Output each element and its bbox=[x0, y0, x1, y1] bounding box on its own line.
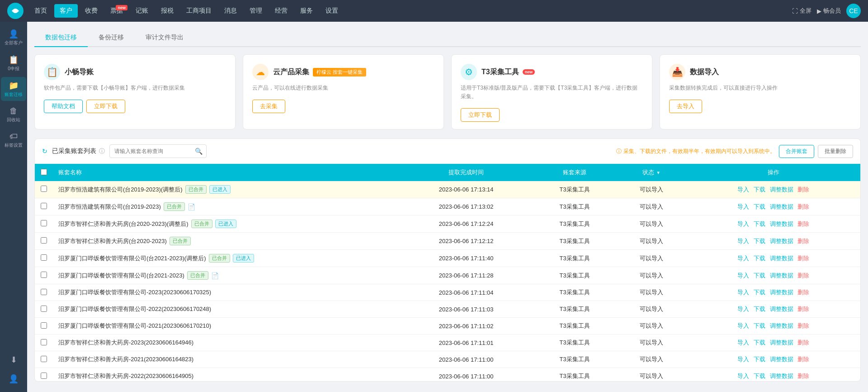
import-action[interactable]: 导入 bbox=[737, 255, 749, 262]
col-checkbox[interactable] bbox=[35, 164, 53, 181]
delete-action[interactable]: 删除 bbox=[797, 186, 809, 193]
import-action[interactable]: 导入 bbox=[737, 356, 749, 363]
import-action[interactable]: 导入 bbox=[737, 203, 749, 210]
download-action[interactable]: 下载 bbox=[754, 255, 765, 262]
help-icon[interactable]: ⓘ bbox=[99, 147, 105, 155]
sidebar-item-tag-settings[interactable]: 🏷 标签设置 bbox=[1, 128, 26, 152]
nav-item-fee[interactable]: 收费 bbox=[80, 4, 103, 18]
import-action[interactable]: 导入 bbox=[737, 322, 749, 329]
help-doc-button[interactable]: 帮助文档 bbox=[44, 100, 83, 113]
row-checkbox[interactable] bbox=[41, 306, 47, 312]
user-avatar[interactable]: CE bbox=[846, 4, 861, 18]
tab-audit-export[interactable]: 审计文件导出 bbox=[135, 29, 194, 47]
delete-action[interactable]: 删除 bbox=[797, 289, 809, 296]
delete-action[interactable]: 删除 bbox=[797, 272, 809, 279]
nav-item-home[interactable]: 首页 bbox=[29, 4, 52, 18]
go-import-button[interactable]: 去导入 bbox=[669, 100, 702, 113]
download-now-button-1[interactable]: 立即下载 bbox=[86, 100, 125, 113]
adjust-action[interactable]: 调整数据 bbox=[770, 255, 793, 262]
merge-button[interactable]: 合并账套 bbox=[779, 145, 814, 158]
import-action[interactable]: 导入 bbox=[737, 339, 749, 346]
sidebar-item-recycle[interactable]: 🗑 回收站 bbox=[1, 103, 26, 126]
col-status[interactable]: 状态 ▼ bbox=[617, 164, 687, 181]
download-action[interactable]: 下载 bbox=[754, 339, 765, 346]
row-checkbox[interactable] bbox=[41, 220, 47, 226]
nav-item-business[interactable]: 工商项目 bbox=[181, 4, 217, 18]
nav-item-manage[interactable]: 管理 bbox=[244, 4, 268, 18]
nav-item-operation[interactable]: 经营 bbox=[269, 4, 293, 18]
delete-action[interactable]: 删除 bbox=[797, 322, 809, 329]
file-icon[interactable]: 📄 bbox=[211, 272, 219, 279]
nav-item-message[interactable]: 消息 bbox=[219, 4, 242, 18]
adjust-action[interactable]: 调整数据 bbox=[770, 306, 793, 312]
adjust-action[interactable]: 调整数据 bbox=[770, 238, 793, 244]
adjust-action[interactable]: 调整数据 bbox=[770, 339, 793, 346]
select-all-checkbox[interactable] bbox=[41, 169, 47, 175]
nav-item-client[interactable]: 客户 bbox=[54, 4, 78, 18]
adjust-action[interactable]: 调整数据 bbox=[770, 186, 793, 193]
nav-item-invoice[interactable]: 票据 new bbox=[105, 4, 128, 18]
fullscreen-button[interactable]: ⛶ 全屏 bbox=[792, 7, 811, 15]
nav-item-tax[interactable]: 报税 bbox=[156, 4, 179, 18]
file-icon[interactable]: 📄 bbox=[188, 203, 195, 210]
download-action[interactable]: 下载 bbox=[754, 186, 765, 193]
adjust-action[interactable]: 调整数据 bbox=[770, 322, 793, 329]
sidebar-item-zero-report[interactable]: 📋 0申报 bbox=[1, 51, 26, 75]
row-checkbox[interactable] bbox=[41, 373, 47, 379]
adjust-action[interactable]: 调整数据 bbox=[770, 272, 793, 279]
delete-action[interactable]: 删除 bbox=[797, 356, 809, 363]
row-checkbox[interactable] bbox=[41, 254, 47, 261]
download-action[interactable]: 下载 bbox=[754, 289, 765, 296]
adjust-action[interactable]: 调整数据 bbox=[770, 220, 793, 227]
delete-action[interactable]: 删除 bbox=[797, 238, 809, 244]
table-scroll-area[interactable]: 账套名称 提取完成时间 账套来源 状态 ▼ 操作 汨罗市恒浩建筑有限公司(台2 bbox=[35, 164, 860, 381]
download-action[interactable]: 下载 bbox=[754, 238, 765, 244]
search-button[interactable]: 🔍 bbox=[191, 148, 206, 155]
row-checkbox[interactable] bbox=[41, 356, 47, 362]
import-action[interactable]: 导入 bbox=[737, 289, 749, 296]
row-checkbox[interactable] bbox=[41, 203, 47, 209]
import-action[interactable]: 导入 bbox=[737, 272, 749, 279]
app-logo[interactable] bbox=[7, 3, 24, 19]
download-action[interactable]: 下载 bbox=[754, 272, 765, 279]
import-action[interactable]: 导入 bbox=[737, 238, 749, 244]
row-checkbox[interactable] bbox=[41, 186, 47, 192]
adjust-action[interactable]: 调整数据 bbox=[770, 356, 793, 363]
import-action[interactable]: 导入 bbox=[737, 220, 749, 227]
delete-action[interactable]: 删除 bbox=[797, 220, 809, 227]
download-action[interactable]: 下载 bbox=[754, 220, 765, 227]
download-action[interactable]: 下载 bbox=[754, 306, 765, 312]
delete-action[interactable]: 删除 bbox=[797, 373, 809, 379]
row-checkbox[interactable] bbox=[41, 339, 47, 345]
search-input[interactable] bbox=[110, 148, 191, 154]
row-checkbox[interactable] bbox=[41, 289, 47, 295]
nav-item-settings[interactable]: 设置 bbox=[320, 4, 344, 18]
sidebar-download-btn[interactable]: ⬇ bbox=[8, 352, 20, 368]
nav-item-service[interactable]: 服务 bbox=[295, 4, 318, 18]
sidebar-item-account-migrate[interactable]: 📁 账套迁移 bbox=[1, 77, 26, 101]
delete-action[interactable]: 删除 bbox=[797, 255, 809, 262]
import-action[interactable]: 导入 bbox=[737, 186, 749, 193]
delete-action[interactable]: 删除 bbox=[797, 339, 809, 346]
tab-data-migrate[interactable]: 数据包迁移 bbox=[34, 29, 88, 47]
download-action[interactable]: 下载 bbox=[754, 203, 765, 210]
refresh-icon[interactable]: ↻ bbox=[42, 148, 47, 155]
batch-delete-button[interactable]: 批量删除 bbox=[818, 145, 853, 158]
adjust-action[interactable]: 调整数据 bbox=[770, 289, 793, 296]
delete-action[interactable]: 删除 bbox=[797, 306, 809, 312]
download-now-button-2[interactable]: 立即下载 bbox=[461, 108, 500, 122]
member-button[interactable]: ▶ 畅会员 bbox=[817, 7, 841, 15]
tab-backup-migrate[interactable]: 备份迁移 bbox=[88, 29, 135, 47]
download-action[interactable]: 下载 bbox=[754, 322, 765, 329]
download-action[interactable]: 下载 bbox=[754, 356, 765, 363]
adjust-action[interactable]: 调整数据 bbox=[770, 203, 793, 210]
nav-item-bookkeeping[interactable]: 记账 bbox=[130, 4, 154, 18]
delete-action[interactable]: 删除 bbox=[797, 203, 809, 210]
row-checkbox[interactable] bbox=[41, 237, 47, 244]
row-checkbox[interactable] bbox=[41, 272, 47, 278]
adjust-action[interactable]: 调整数据 bbox=[770, 373, 793, 379]
row-checkbox[interactable] bbox=[41, 322, 47, 329]
go-collect-button[interactable]: 去采集 bbox=[252, 100, 285, 113]
download-action[interactable]: 下载 bbox=[754, 373, 765, 379]
sidebar-user-btn[interactable]: 👤 bbox=[6, 371, 21, 387]
